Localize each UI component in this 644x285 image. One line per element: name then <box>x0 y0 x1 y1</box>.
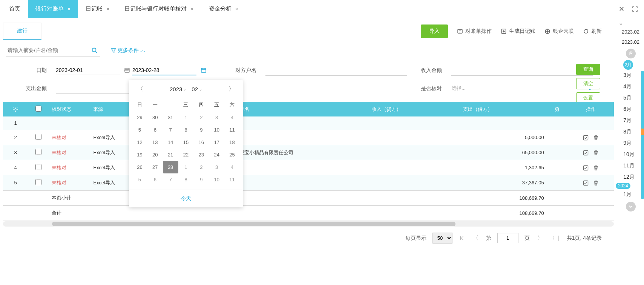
refresh-button[interactable]: 刷新 <box>583 28 602 35</box>
bank-link-button[interactable]: 银企云联 <box>544 28 574 35</box>
trash-icon[interactable] <box>593 149 599 155</box>
month-10月[interactable]: 10月 <box>623 149 638 160</box>
calendar-day[interactable]: 13 <box>147 136 163 149</box>
calendar-day[interactable]: 1 <box>178 161 194 173</box>
calendar-day[interactable]: 5 <box>132 124 147 136</box>
calendar-day[interactable]: 11 <box>224 124 240 136</box>
month-2月[interactable]: 2月 <box>623 60 633 70</box>
check-icon[interactable] <box>583 134 589 140</box>
calendar-day[interactable]: 30 <box>147 111 163 124</box>
tab-journal[interactable]: 日记账× <box>78 0 117 18</box>
scroll-up-icon[interactable] <box>626 49 636 58</box>
tab-fund-analysis[interactable]: 资金分析× <box>201 0 246 18</box>
col-gear[interactable] <box>3 102 28 116</box>
close-icon[interactable]: × <box>190 6 193 12</box>
month-9月[interactable]: 9月 <box>623 138 638 149</box>
calendar-day[interactable]: 2 <box>193 161 209 173</box>
next-page-button[interactable]: 〉 <box>536 234 544 242</box>
year-select[interactable]: 2023⌄ <box>170 86 186 92</box>
month-select[interactable]: 02⌄ <box>192 86 202 92</box>
calendar-day[interactable]: 14 <box>163 136 178 149</box>
month-4月[interactable]: 4月 <box>623 81 638 92</box>
month-11月[interactable]: 11月 <box>623 160 638 172</box>
page-input[interactable] <box>497 233 518 243</box>
today-button[interactable]: 今天 <box>129 190 243 207</box>
col-checkbox[interactable] <box>28 102 49 116</box>
calendar-day[interactable]: 3 <box>209 111 224 124</box>
calendar-day[interactable]: 21 <box>163 149 178 161</box>
calendar-day[interactable]: 2 <box>193 111 209 124</box>
page-size-select[interactable]: 50 <box>432 233 452 244</box>
calendar-day[interactable]: 17 <box>209 136 224 149</box>
month-8月[interactable]: 8月 <box>623 126 638 138</box>
scroll-down-icon[interactable] <box>626 202 636 211</box>
query-button[interactable]: 查询 <box>576 64 600 75</box>
fullscreen-icon[interactable] <box>629 3 641 15</box>
calendar-day[interactable]: 12 <box>132 136 147 149</box>
calendar-day[interactable]: 5 <box>132 173 147 186</box>
month-5月[interactable]: 5月 <box>623 92 638 104</box>
calendar-day[interactable]: 4 <box>224 111 240 124</box>
rail-year-top[interactable]: 2023.02 <box>622 27 639 37</box>
trash-icon[interactable] <box>593 134 599 140</box>
month-7月[interactable]: 7月 <box>623 115 638 126</box>
more-conditions-toggle[interactable]: 更多条件 ︿ <box>111 47 146 54</box>
tab-home[interactable]: 首页 <box>2 0 28 18</box>
table-row[interactable]: 1 <box>3 116 614 130</box>
rail-year-top2[interactable]: 2023.02 <box>622 37 639 47</box>
calendar-day[interactable]: 26 <box>132 161 147 173</box>
tab-bank-statement[interactable]: 银行对账单× <box>28 0 78 18</box>
row-checkbox[interactable] <box>35 149 41 155</box>
calendar-day[interactable]: 3 <box>209 161 224 173</box>
calendar-day[interactable]: 6 <box>147 173 163 186</box>
search-icon[interactable] <box>91 46 98 54</box>
check-icon[interactable] <box>583 149 589 155</box>
table-row[interactable]: 4未核对Excel导入1,302.65 <box>3 160 614 175</box>
calendar-day[interactable]: 10 <box>209 124 224 136</box>
row-checkbox[interactable] <box>35 164 41 170</box>
close-icon[interactable]: × <box>67 6 71 12</box>
month-3月[interactable]: 3月 <box>623 70 638 81</box>
search-input[interactable] <box>6 44 100 57</box>
calendar-day[interactable]: 19 <box>132 149 147 161</box>
calendar-day[interactable]: 27 <box>147 161 163 173</box>
first-page-button[interactable]: K <box>458 235 465 241</box>
last-page-button[interactable]: 〉| <box>550 234 561 242</box>
calendar-day[interactable]: 25 <box>224 149 240 161</box>
calendar-day[interactable]: 23 <box>193 149 209 161</box>
calendar-icon[interactable] <box>201 67 207 73</box>
subtab-ccb[interactable]: 建行 <box>3 23 41 40</box>
prev-month-button[interactable]: 〈 <box>135 85 146 93</box>
check-icon[interactable] <box>583 164 589 170</box>
expand-icon[interactable]: » <box>619 21 622 27</box>
calendar-day[interactable]: 7 <box>163 173 178 186</box>
calendar-day[interactable]: 16 <box>193 136 209 149</box>
trash-icon[interactable] <box>593 179 599 185</box>
counter-input[interactable] <box>265 65 407 76</box>
month-6月[interactable]: 6月 <box>623 104 638 115</box>
clear-button[interactable]: 清空 <box>576 78 600 89</box>
calendar-day[interactable]: 10 <box>209 173 224 186</box>
calendar-day[interactable]: 1 <box>178 111 194 124</box>
calendar-day[interactable]: 11 <box>224 173 240 186</box>
calendar-day[interactable]: 8 <box>178 124 194 136</box>
check-icon[interactable] <box>583 179 589 185</box>
calendar-day[interactable]: 15 <box>178 136 194 149</box>
table-row[interactable]: 3未核对Excel导入圳联宝小精品有限责任公司65,000.00 <box>3 145 614 160</box>
calendar-day[interactable]: 8 <box>178 173 194 186</box>
calendar-day[interactable]: 31 <box>163 111 178 124</box>
date-to-input[interactable] <box>132 65 196 75</box>
row-checkbox[interactable] <box>35 179 41 185</box>
close-icon[interactable]: × <box>235 6 238 12</box>
import-button[interactable]: 导入 <box>421 25 448 38</box>
period-scrollbar[interactable] <box>641 71 644 199</box>
tab-reconcile[interactable]: 日记账与银行对账单核对× <box>117 0 201 18</box>
month-12月[interactable]: 12月 <box>623 172 638 183</box>
row-checkbox[interactable] <box>35 134 41 140</box>
month-1月[interactable]: 1月 <box>623 189 638 200</box>
prev-page-button[interactable]: 〈 <box>471 234 480 242</box>
calendar-day[interactable]: 18 <box>224 136 240 149</box>
calendar-day[interactable]: 4 <box>224 161 240 173</box>
calendar-day[interactable]: 7 <box>163 124 178 136</box>
calendar-day[interactable]: 29 <box>132 111 147 124</box>
